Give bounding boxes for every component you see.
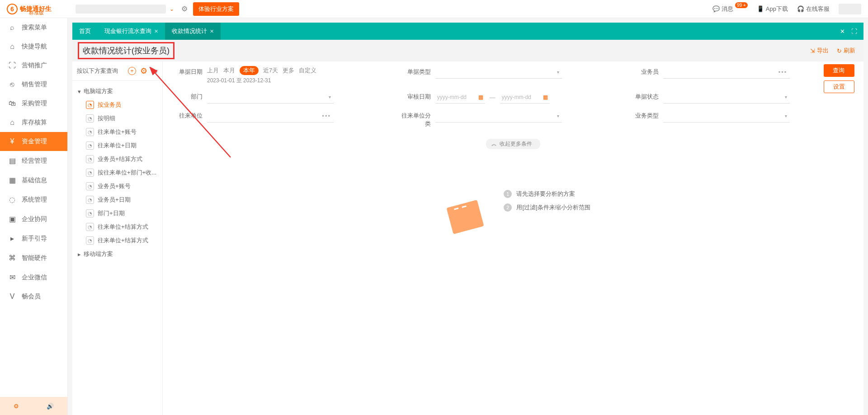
date-tab-近7天[interactable]: 近7天 (263, 66, 278, 75)
sidebar-item-智能硬件[interactable]: ⌘智能硬件 (0, 248, 67, 268)
settings-icon[interactable]: ⚙ (14, 403, 19, 410)
sidebar-item-经营管理[interactable]: ▤经营管理 (0, 151, 67, 170)
gear-icon[interactable]: ⚙ (181, 5, 188, 13)
group-label: 电脑端方案 (84, 87, 113, 95)
chevron-down-icon: ▾ (785, 94, 787, 99)
nav-label: 营销推广 (22, 61, 47, 70)
chevron-down-icon: ▾ (557, 113, 559, 118)
sidebar-item-营销推广[interactable]: ⛶营销推广 (0, 56, 67, 75)
partner-class-label: 往来单位分类 (399, 110, 431, 128)
add-scheme-icon[interactable]: + (128, 67, 136, 75)
sidebar-item-快捷导航[interactable]: ⌂快捷导航 (0, 37, 67, 56)
scheme-item[interactable]: ◔往来单位+日期 (72, 139, 162, 152)
doc-status-label: 单据状态 (627, 91, 659, 101)
settings-button[interactable]: 设置 (824, 80, 854, 93)
date-tab-上月[interactable]: 上月 (207, 66, 219, 75)
sidebar-item-企业微信[interactable]: ✉企业微信 (0, 268, 67, 287)
page-title: 收款情况统计(按业务员) (83, 46, 170, 55)
hint-text-2: 用[过滤]条件来缩小分析范围 (516, 203, 590, 212)
headset-icon: 🎧 (797, 5, 804, 12)
scheme-settings-icon[interactable]: ⚙ (140, 67, 148, 75)
scheme-item-label: 按业务员 (98, 101, 121, 109)
tab-现金银行流水查询[interactable]: 现金银行流水查询✕ (98, 23, 165, 40)
collapse-left-icon[interactable]: ≪ (151, 68, 158, 75)
sidebar-item-系统管理[interactable]: ◌系统管理 (0, 190, 67, 209)
collapse-filters-button[interactable]: ︽ 收起更多条件 (486, 139, 540, 149)
nav-label: 资金管理 (22, 137, 47, 146)
scheme-item-icon: ◔ (86, 236, 94, 245)
scheme-item[interactable]: ◔按业务员 (72, 98, 162, 112)
scheme-item-label: 业务员+账号 (98, 182, 131, 190)
date-tab-本月[interactable]: 本月 (223, 66, 235, 75)
messages-button[interactable]: 💬 消息 99 + (712, 5, 748, 13)
fullscreen-icon[interactable]: ⛶ (851, 28, 857, 35)
app-download-button[interactable]: 📱 App下载 (757, 5, 788, 13)
body-area: 按以下方案查询 + ⚙ ≪ ▾电脑端方案◔按业务员◔按明细◔往来单位+账号◔往来… (72, 61, 863, 415)
query-button[interactable]: 查询 (824, 64, 854, 77)
chevron-down-icon: ▾ (557, 70, 559, 75)
dept-select[interactable]: ▾ (207, 91, 334, 104)
scheme-item-label: 按明细 (98, 114, 115, 123)
scheme-item[interactable]: ◔按往来单位+部门+收... (72, 166, 162, 179)
scheme-item[interactable]: ◔按明细 (72, 112, 162, 125)
tree-group[interactable]: ▸移动端方案 (72, 247, 162, 261)
sound-icon[interactable]: 🔊 (47, 403, 54, 410)
nav-icon: 🛍 (8, 99, 16, 108)
filter-area: 查询 设置 单据日期 上月本月本年近7天更多自定义 2023-01-01 至 2… (163, 61, 863, 415)
tab-close-icon[interactable]: ✕ (840, 28, 845, 35)
user-avatar[interactable] (839, 4, 861, 14)
audit-date-from[interactable]: yyyy-mm-dd▦ (435, 91, 485, 104)
nav-icon: ⌕ (8, 24, 16, 32)
scheme-item[interactable]: ◔往来单位+结算方式 (72, 234, 162, 247)
nav-label: 采购管理 (22, 99, 47, 108)
export-button[interactable]: ⇲导出 (810, 47, 829, 55)
org-selector[interactable]: ⌄ ⚙ (75, 5, 188, 14)
audit-date-to[interactable]: yyyy-mm-dd▦ (500, 91, 550, 104)
scheme-item[interactable]: ◔往来单位+结算方式 (72, 220, 162, 234)
tab-close-icon[interactable]: ✕ (154, 28, 158, 34)
tab-首页[interactable]: 首页 (72, 23, 98, 40)
tab-close-icon[interactable]: ✕ (210, 28, 214, 34)
salesman-select[interactable]: ••• (663, 66, 790, 79)
sidebar-item-畅会员[interactable]: V畅会员 (0, 287, 67, 306)
tree-group[interactable]: ▾电脑端方案 (72, 85, 162, 98)
sidebar-item-基础信息[interactable]: ▦基础信息 (0, 170, 67, 190)
scheme-item-label: 业务员+结算方式 (98, 155, 142, 163)
nav-icon: ▸ (8, 234, 16, 243)
doc-type-select[interactable]: ▾ (435, 66, 562, 79)
sidebar-item-搜索菜单[interactable]: ⌕搜索菜单 (0, 18, 67, 37)
partner-class-select[interactable]: ▾ (435, 110, 562, 123)
scheme-item-icon: ◔ (86, 114, 94, 123)
date-tab-本年[interactable]: 本年 (240, 66, 259, 75)
app-download-label: App下载 (766, 5, 788, 13)
scheme-item[interactable]: ◔业务员+日期 (72, 193, 162, 207)
nav-icon: ⌂ (8, 118, 16, 127)
tab-label: 收款情况统计 (172, 27, 207, 35)
phone-icon: 📱 (757, 5, 764, 12)
industry-plan-button[interactable]: 体验行业方案 (193, 2, 239, 16)
biz-type-select[interactable]: ▾ (663, 110, 790, 123)
scheme-item[interactable]: ◔业务员+结算方式 (72, 152, 162, 166)
scheme-item[interactable]: ◔往来单位+账号 (72, 125, 162, 139)
sidebar-item-采购管理[interactable]: 🛍采购管理 (0, 94, 67, 113)
tab-收款情况统计[interactable]: 收款情况统计✕ (165, 23, 221, 40)
date-tab-更多[interactable]: 更多 (283, 66, 294, 75)
scheme-item[interactable]: ◔业务员+账号 (72, 179, 162, 193)
sidebar-item-库存核算[interactable]: ⌂库存核算 (0, 113, 67, 132)
hint-text-1: 请先选择要分析的方案 (516, 190, 575, 198)
sidebar-item-销售管理[interactable]: ⎋销售管理 (0, 75, 67, 94)
sidebar-item-企业协同[interactable]: ▣企业协同 (0, 209, 67, 229)
sidebar-item-资金管理[interactable]: ¥资金管理 (0, 132, 67, 151)
scheme-item[interactable]: ◔部门+日期 (72, 207, 162, 220)
scheme-header: 按以下方案查询 + ⚙ ≪ (72, 61, 162, 81)
left-sidebar: ⌕搜索菜单⌂快捷导航⛶营销推广⎋销售管理🛍采购管理⌂库存核算¥资金管理▤经营管理… (0, 18, 68, 415)
refresh-button[interactable]: ↻刷新 (837, 47, 855, 55)
sidebar-item-新手引导[interactable]: ▸新手引导 (0, 229, 67, 248)
doc-status-select[interactable]: ▾ (663, 91, 790, 104)
support-button[interactable]: 🎧 在线客服 (797, 5, 830, 13)
scheme-item-icon: ◔ (86, 101, 94, 109)
messages-badge: 99 + (735, 2, 748, 8)
date-tab-自定义[interactable]: 自定义 (299, 66, 316, 75)
scheme-item-label: 按往来单位+部门+收... (98, 169, 156, 177)
partner-select[interactable]: ••• (207, 110, 334, 123)
